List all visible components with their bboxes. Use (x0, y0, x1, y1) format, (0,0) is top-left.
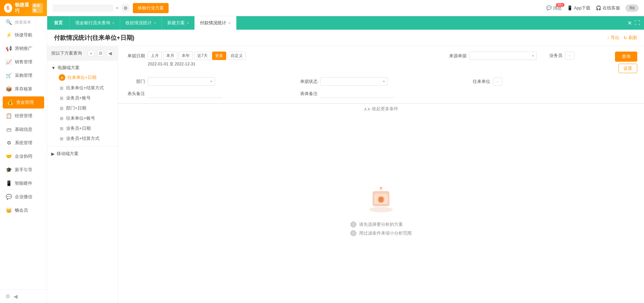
sidebar-item-purchase[interactable]: 🛒 采购管理 (0, 69, 47, 82)
collapse-more-btn[interactable]: ∧∧ 收起更多条件 (118, 103, 644, 114)
address-bar[interactable] (53, 4, 113, 12)
query-col: 查询 设置 (615, 52, 637, 73)
quick-nav-icon: ⚡ (5, 32, 12, 38)
page-actions: ↑ 导出 ↻ 刷新 (607, 35, 638, 41)
scheme-settings-btn[interactable]: ⚙ (97, 50, 104, 57)
user-avatar[interactable]: Rit (625, 4, 639, 12)
source-chevron-icon: ▾ (532, 54, 534, 58)
sidebar-item-guide[interactable]: 🎓 新手引导 (0, 163, 47, 177)
filter-settings-btn[interactable]: 设置 (618, 64, 637, 73)
main-area: ▾ ⚙ 体验行业方案 💬 消息 99+ 📱 App下载 🎧 在线客服 Rit 首… (47, 0, 644, 303)
tab-new-scheme[interactable]: 新建方案 × (162, 16, 195, 30)
message-icon: 💬 (546, 5, 552, 10)
app-download-btn[interactable]: 📱 App下载 (567, 5, 590, 11)
sidebar-item-operation[interactable]: 📋 经营管理 (0, 109, 47, 123)
sidebar-item-sales[interactable]: 📈 销售管理 (0, 55, 47, 69)
header-note-input[interactable] (148, 90, 222, 98)
panel-collapse-btn[interactable]: ◀ (106, 50, 114, 57)
tabbar: 首页 现金银行流水查询 × 收款情况统计 × 新建方案 × 付款情况统计 × ✕… (47, 16, 644, 30)
sidebar-item-capital[interactable]: 💰 资金管理 (3, 96, 44, 109)
date-btn-more[interactable]: 更多 (212, 52, 226, 60)
scheme-item-counterpart-settle[interactable]: ▦ 往来单位+结算方式 (51, 83, 114, 93)
date-btn-last-month[interactable]: 上月 (148, 52, 162, 60)
tab-close-all-icon[interactable]: ✕ (627, 20, 632, 26)
add-scheme-btn[interactable]: + (87, 50, 95, 57)
sidebar-item-weixin[interactable]: 💬 企业微信 (0, 190, 47, 204)
sidebar-item-inventory[interactable]: 📦 库存核算 (0, 82, 47, 96)
scheme-grid-icon-2: ▦ (59, 95, 64, 101)
sidebar-item-system[interactable]: ⚙ 系统管理 (0, 136, 47, 150)
desktop-section-title[interactable]: ▼ 电脑端方案 (51, 63, 114, 72)
sidebar-collapse-icon[interactable]: ◀ (13, 293, 18, 300)
address-chevron-icon[interactable]: ▾ (116, 6, 118, 10)
export-icon: ↑ (607, 35, 610, 40)
date-range-display: 2022-01-01 至 2022-12-31 (148, 61, 246, 67)
sidebar-item-search[interactable]: 🔍 搜索菜单 (0, 16, 47, 28)
scheme-item-staff-date[interactable]: ▦ 业务员+日期 (51, 123, 114, 133)
date-btn-custom[interactable]: 自定义 (228, 52, 246, 60)
tab-payment-stat-close[interactable]: × (228, 21, 230, 25)
trial-btn[interactable]: 体验行业方案 (133, 3, 169, 13)
sidebar-item-hardware[interactable]: 📱 智能硬件 (0, 177, 47, 190)
system-icon: ⚙ (5, 140, 12, 146)
doc-status-label: 单据状态 (297, 79, 318, 85)
scheme-item-counterpart-account[interactable]: ▦ 往来单位+账号 (51, 113, 114, 123)
export-btn[interactable]: ↑ 导出 (607, 35, 620, 41)
query-btn[interactable]: 查询 (615, 52, 637, 62)
service-icon: 🎧 (596, 5, 601, 10)
date-btn-7days[interactable]: 近7天 (194, 52, 211, 60)
scheme-item-counterpart-date[interactable]: ● 往来单位+日期 (51, 72, 114, 83)
scheme-grid-icon-5: ▦ (59, 126, 64, 131)
sidebar-item-enterprise[interactable]: 🤝 企业协同 (0, 150, 47, 163)
tab-new-scheme-close[interactable]: × (187, 21, 189, 25)
sidebar-item-quick-nav[interactable]: ⚡ 快捷导航 (0, 28, 47, 42)
body-note-label: 表体备注 (297, 91, 318, 97)
scheme-item-staff-settle[interactable]: ▦ 业务员+结算方式 (51, 133, 114, 144)
source-select[interactable]: ▾ (469, 52, 537, 60)
body-note-input[interactable] (320, 90, 394, 98)
dept-select[interactable]: ▾ (148, 77, 215, 86)
sidebar-item-marketing[interactable]: 📢 营销推广 (0, 42, 47, 55)
enterprise-icon: 🤝 (5, 153, 12, 160)
settings-gear-icon[interactable]: ⚙ (121, 3, 130, 13)
tab-payment-stats-close[interactable]: × (154, 21, 156, 25)
tab-payment-stat[interactable]: 付款情况统计 × (195, 16, 236, 30)
empty-state: 1 请先选择要分析的方案 2 用过滤条件来缩小分析范围 (118, 114, 644, 303)
refresh-icon: ↻ (623, 35, 627, 40)
right-area: 单据日期 上月 本月 本年 近7天 更多 自定义 2022-01-01 至 20… (118, 46, 644, 303)
left-panel-actions: + ⚙ ◀ (87, 50, 114, 57)
staff-ellipsis-btn[interactable]: ··· (565, 52, 575, 60)
scheme-item-dept-date[interactable]: ▦ 部门+日期 (51, 103, 114, 113)
doc-status-select[interactable]: ▾ (320, 77, 388, 86)
staff-label: 业务员 (542, 53, 562, 59)
left-panel-header: 按以下方案查询 + ⚙ ◀ (47, 46, 118, 61)
counterpart-ellipsis-btn[interactable]: ··· (493, 78, 502, 86)
sidebar-settings-icon[interactable]: ⚙ (5, 293, 10, 300)
logo-icon: 6 (4, 3, 12, 13)
date-btn-this-month[interactable]: 本月 (163, 52, 177, 60)
tab-bank-close[interactable]: × (112, 21, 114, 25)
tab-bank[interactable]: 现金银行流水查询 × (70, 16, 120, 30)
empty-hints: 1 请先选择要分析的方案 2 用过滤条件来缩小分析范围 (350, 221, 412, 236)
hint-num-1: 1 (350, 221, 356, 228)
message-btn[interactable]: 💬 消息 99+ (546, 5, 562, 11)
scheme-item-staff-account[interactable]: ▦ 业务员+账号 (51, 93, 114, 103)
refresh-btn[interactable]: ↻ 刷新 (623, 35, 637, 41)
add-icon: + (90, 51, 92, 56)
page-header: 付款情况统计(往来单位+日期) ↑ 导出 ↻ 刷新 (47, 30, 644, 46)
filter-section: 单据日期 上月 本月 本年 近7天 更多 自定义 2022-01-01 至 20… (118, 46, 644, 103)
tab-payment-stats[interactable]: 收款情况统计 × (120, 16, 162, 30)
sidebar-item-basic[interactable]: 🗃 基础信息 (0, 123, 47, 136)
left-panel: 按以下方案查询 + ⚙ ◀ ▼ 电脑端方案 (47, 46, 118, 303)
header-note-label: 表头备注 (125, 91, 145, 97)
sidebar-item-vip[interactable]: 👑 畅会员 (0, 204, 47, 217)
date-btn-this-year[interactable]: 本年 (179, 52, 193, 60)
service-btn[interactable]: 🎧 在线客服 (596, 5, 620, 11)
date-label: 单据日期 (125, 53, 145, 59)
tab-home[interactable]: 首页 (47, 16, 70, 30)
purchase-icon: 🛒 (5, 72, 12, 79)
desktop-scheme-section: ▼ 电脑端方案 ● 往来单位+日期 ▦ 往来单位+结算方式 ▦ 业务员+账号 (47, 61, 118, 146)
mobile-section-title[interactable]: ▶ 移动端方案 (51, 149, 114, 158)
operation-icon: 📋 (5, 113, 12, 119)
tab-expand-icon[interactable]: ⛶ (635, 20, 640, 26)
